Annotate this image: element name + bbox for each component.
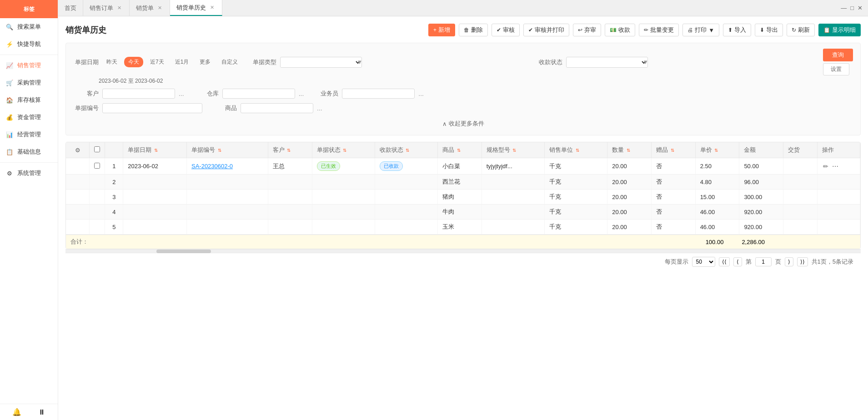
close-btn[interactable]: ✕ bbox=[858, 5, 863, 11]
sidebar-item-purchase-mgmt[interactable]: 🛒 采购管理 bbox=[0, 74, 58, 91]
cell-doc-no[interactable]: SA-20230602-0 bbox=[186, 158, 268, 175]
cell-doc-no[interactable] bbox=[186, 205, 268, 220]
next-page-btn[interactable]: ⟩ bbox=[785, 257, 793, 266]
refresh-button[interactable]: ↻ 刷新 bbox=[787, 24, 815, 36]
date-btn-7days[interactable]: 近7天 bbox=[146, 57, 168, 67]
show-detail-icon: 📋 bbox=[823, 27, 830, 33]
cell-num: 4 bbox=[105, 205, 123, 220]
collect-status-select[interactable] bbox=[566, 57, 648, 68]
print-button[interactable]: 🖨 打印 ▼ bbox=[682, 24, 719, 36]
export-button[interactable]: ⬇ 导出 bbox=[755, 24, 783, 36]
pause-icon[interactable]: ⏸ bbox=[38, 408, 45, 416]
filter-item-collect-status: 收款状态 ▼ bbox=[537, 57, 814, 68]
staff-ellipsis[interactable]: ... bbox=[418, 90, 424, 97]
collapse-button[interactable]: ∧ 收起更多条件 bbox=[73, 118, 853, 130]
goods-input[interactable] bbox=[241, 103, 313, 113]
pagination-bar: 每页显示 50 20 100 ⟨⟨ ⟨ 第 页 ⟩ ⟩⟩ 共1页，5条记录 bbox=[65, 253, 861, 270]
col-delivery-label: 交货 bbox=[788, 146, 800, 153]
cell-actions: ✏ ⋯ bbox=[818, 158, 860, 175]
warehouse-ellipsis[interactable]: ... bbox=[299, 90, 304, 97]
warehouse-input[interactable] bbox=[222, 89, 295, 99]
sidebar-item-base-info[interactable]: 📋 基础信息 bbox=[0, 143, 58, 160]
col-collect-status[interactable]: 收款状态 ⇅ bbox=[375, 142, 437, 158]
sidebar-item-inventory[interactable]: 🏠 库存核算 bbox=[0, 91, 58, 109]
sidebar-item-search-menu[interactable]: 🔍 搜索菜单 bbox=[0, 18, 58, 35]
delete-button[interactable]: 🗑 删除 bbox=[459, 24, 488, 36]
cell-doc-no[interactable] bbox=[186, 190, 268, 205]
sort-customer-icon: ⇅ bbox=[287, 148, 291, 153]
staff-input[interactable] bbox=[342, 89, 415, 99]
cell-collect-status bbox=[375, 190, 437, 205]
cell-doc-no[interactable] bbox=[186, 220, 268, 235]
horizontal-scrollbar[interactable] bbox=[65, 249, 861, 253]
cell-delivery bbox=[783, 175, 818, 190]
col-goods[interactable]: 商品 ⇅ bbox=[438, 142, 482, 158]
import-button[interactable]: ⬆ 导入 bbox=[723, 24, 751, 36]
col-settings[interactable]: ⚙ bbox=[66, 142, 90, 158]
col-spec-type[interactable]: 规格型号 ⇅ bbox=[482, 142, 544, 158]
sidebar-item-sys-mgmt[interactable]: ⚙ 系统管理 bbox=[0, 165, 58, 182]
last-page-btn[interactable]: ⟩⟩ bbox=[797, 257, 808, 266]
cell-collect-status: 已收款 bbox=[375, 158, 437, 175]
batch-change-button[interactable]: ✏ 批量变更 bbox=[639, 24, 679, 36]
date-btn-more[interactable]: 更多 bbox=[196, 57, 215, 67]
sidebar-item-sales-mgmt[interactable]: 📈 销售管理 bbox=[0, 57, 58, 74]
tab-sales-order[interactable]: 销售订单 ✕ bbox=[83, 0, 130, 16]
action-edit-icon[interactable]: ✏ bbox=[822, 162, 829, 171]
maximize-btn[interactable]: □ bbox=[850, 5, 854, 11]
doc-no-link[interactable]: SA-20230602-0 bbox=[191, 163, 233, 170]
tab-sales-order-close[interactable]: ✕ bbox=[116, 5, 123, 11]
first-page-btn[interactable]: ⟨⟨ bbox=[719, 257, 730, 266]
tab-sales-goods-history-close[interactable]: ✕ bbox=[209, 4, 216, 11]
new-button[interactable]: + 新增 bbox=[428, 24, 455, 36]
date-btn-yesterday[interactable]: 昨天 bbox=[102, 57, 121, 67]
row-checkbox[interactable] bbox=[94, 163, 100, 169]
doc-type-select[interactable] bbox=[280, 57, 362, 68]
tab-sales-goods-history[interactable]: 销货单历史 ✕ bbox=[170, 0, 222, 16]
goods-ellipsis[interactable]: ... bbox=[317, 105, 322, 112]
col-qty-label: 数量 bbox=[612, 146, 624, 153]
select-all-checkbox[interactable] bbox=[94, 146, 100, 152]
date-btn-custom[interactable]: 自定义 bbox=[217, 57, 242, 67]
customer-ellipsis[interactable]: ... bbox=[179, 90, 184, 97]
finance-icon: 💰 bbox=[5, 113, 14, 121]
audit-button[interactable]: ✔ 审核 bbox=[492, 24, 520, 36]
doc-no-input[interactable] bbox=[102, 103, 202, 113]
col-sales-unit[interactable]: 销售单位 ⇅ bbox=[544, 142, 607, 158]
audit-print-button[interactable]: ✔ 审核并打印 bbox=[523, 24, 569, 36]
collect-button[interactable]: 💵 收款 bbox=[605, 24, 635, 36]
tab-sales-goods-close[interactable]: ✕ bbox=[156, 5, 163, 11]
sidebar-item-operations[interactable]: 📊 经营管理 bbox=[0, 126, 58, 143]
abandon-button[interactable]: ↩ 弃审 bbox=[573, 24, 601, 36]
filter-row-3: 单据编号 商品 ... bbox=[73, 103, 853, 113]
date-btn-1month[interactable]: 近1月 bbox=[171, 57, 193, 67]
col-doc-status[interactable]: 单据状态 ⇅ bbox=[312, 142, 375, 158]
cell-unit-price: 46.00 bbox=[695, 205, 739, 220]
cell-qty: 20.00 bbox=[607, 220, 652, 235]
scroll-thumb[interactable] bbox=[156, 250, 211, 253]
page-size-select[interactable]: 50 20 100 bbox=[692, 257, 715, 267]
prev-page-btn[interactable]: ⟨ bbox=[733, 257, 742, 266]
cell-doc-no[interactable] bbox=[186, 175, 268, 190]
tab-sales-goods[interactable]: 销货单 ✕ bbox=[130, 0, 170, 16]
col-gift[interactable]: 赠品 ⇅ bbox=[651, 142, 695, 158]
notification-icon[interactable]: 🔔 bbox=[12, 408, 21, 416]
col-doc-date[interactable]: 单据日期 ⇅ bbox=[123, 142, 187, 158]
page-input[interactable] bbox=[755, 257, 772, 266]
customer-input[interactable] bbox=[102, 89, 175, 99]
sidebar-item-quick-nav[interactable]: ⚡ 快捷导航 bbox=[0, 35, 58, 53]
col-unit-price[interactable]: 单价 ⇅ bbox=[695, 142, 739, 158]
cell-actions bbox=[818, 190, 860, 205]
tab-home[interactable]: 首页 bbox=[58, 0, 83, 16]
minimize-btn[interactable]: — bbox=[841, 5, 847, 11]
action-more-icon[interactable]: ⋯ bbox=[831, 162, 839, 171]
show-detail-button[interactable]: 📋 显示明细 bbox=[818, 24, 861, 36]
col-qty[interactable]: 数量 ⇅ bbox=[607, 142, 652, 158]
sidebar-item-finance[interactable]: 💰 资金管理 bbox=[0, 109, 58, 126]
date-btn-today[interactable]: 今天 bbox=[124, 57, 143, 67]
setup-button[interactable]: 设置 bbox=[823, 63, 849, 75]
col-customer[interactable]: 客户 ⇅ bbox=[268, 142, 312, 158]
cell-spec-type bbox=[482, 175, 544, 190]
query-button[interactable]: 查询 bbox=[823, 49, 853, 61]
col-doc-no[interactable]: 单据编号 ⇅ bbox=[186, 142, 268, 158]
